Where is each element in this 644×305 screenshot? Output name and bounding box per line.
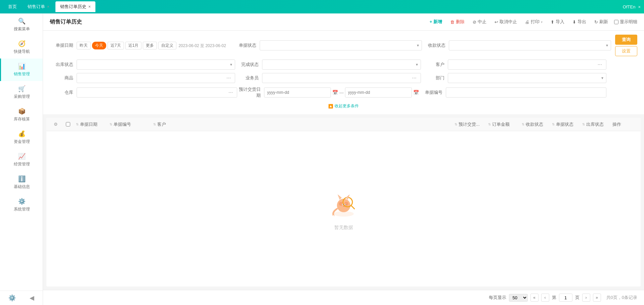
nav-icon: 🧭 (18, 40, 26, 47)
refresh-button[interactable]: ↻ 刷新 (592, 17, 610, 26)
display-toggle-checkbox[interactable] (614, 20, 618, 24)
cancel-stop-button[interactable]: ↩ 取消中止 (492, 17, 519, 26)
empty-state: 暂无数据 (46, 131, 641, 287)
dept-label: 部门 (421, 75, 448, 81)
sidebar-item-inventory-label: 库存核算 (14, 116, 30, 122)
next-page-button[interactable]: › (582, 294, 590, 302)
payment-status-select[interactable]: ▾ (449, 40, 611, 50)
page-size-label: 每页显示 (489, 295, 506, 301)
sidebar-item-nav[interactable]: 🧭 快捷导航 (0, 36, 43, 59)
close-sales-order-icon[interactable]: × (47, 4, 49, 9)
th-out-status-label: 出库状态 (586, 121, 604, 127)
table-settings-icon[interactable]: ⚙ (50, 122, 62, 127)
tab-sales-order[interactable]: 销售订单 × (23, 1, 54, 12)
print-button[interactable]: 🖨 打印 ▾ (523, 17, 545, 26)
date-btn-more[interactable]: 更多 (143, 42, 157, 49)
base-info-icon: ℹ️ (18, 175, 26, 183)
close-sales-order-history-icon[interactable]: × (88, 4, 91, 9)
date-btn-1month[interactable]: 近1月 (125, 42, 142, 49)
current-page-input[interactable] (559, 294, 572, 302)
date-btn-yesterday[interactable]: 昨天 (77, 42, 91, 49)
bill-status-label: 单据状态 (233, 42, 260, 48)
sidebar-item-finance[interactable]: 💰 资金管理 (0, 126, 43, 149)
delivery-date-end-icon[interactable]: 📅 (413, 90, 419, 95)
sidebar-item-system[interactable]: ⚙️ 系统管理 (0, 194, 43, 216)
topbar-close-icon[interactable]: × (638, 4, 641, 9)
collapse-sidebar-icon[interactable]: ◀ (30, 294, 34, 302)
page-size-select[interactable]: 50 10 20 100 (509, 294, 528, 302)
tab-home-label: 首页 (8, 4, 17, 10)
bill-num-input[interactable] (446, 87, 606, 98)
th-bill-num[interactable]: ⇅ 单据编号 (108, 121, 151, 127)
warehouse-dots-icon[interactable]: ··· (227, 89, 234, 96)
stop-button[interactable]: ⊘ 中止 (471, 17, 488, 26)
delivery-date-start[interactable] (264, 87, 331, 98)
tab-home[interactable]: 首页 (3, 1, 22, 12)
first-page-button[interactable]: « (530, 294, 539, 302)
table-checkbox-all[interactable] (62, 122, 74, 126)
goods-dots-icon[interactable]: ··· (225, 75, 232, 81)
delivery-date-start-icon[interactable]: 📅 (332, 90, 338, 95)
date-btn-7days[interactable]: 近7天 (108, 42, 124, 49)
sidebar-item-inventory[interactable]: 📦 库存核算 (0, 104, 43, 126)
dept-select[interactable]: ▾ (448, 73, 606, 83)
customer-select[interactable]: ··· (448, 60, 606, 70)
sidebar-item-sales-label: 销售管理 (14, 71, 30, 77)
page-title-row: 销售订单历史 + 新增 🗑 删除 ⊘ 中止 ↩ 取消中止 (50, 17, 637, 26)
sidebar-item-nav-label: 快捷导航 (14, 49, 30, 54)
sidebar-item-operations[interactable]: 📈 经营管理 (0, 149, 43, 171)
date-range-display: 2023-06-02 至 2023-06-02 (178, 43, 226, 49)
th-delivery[interactable]: ⇅ 预计交货... (453, 121, 486, 127)
th-date[interactable]: ⇅ 单据日期 (74, 121, 108, 127)
last-page-button[interactable]: » (593, 294, 601, 302)
complete-status-chevron-icon: ▾ (416, 62, 418, 67)
th-bill-num-label: 单据编号 (114, 121, 131, 127)
system-icon: ⚙️ (18, 198, 26, 205)
th-customer-label: 客户 (157, 121, 166, 127)
collapse-row[interactable]: 🔼 收起更多条件 (50, 102, 637, 110)
th-out-status[interactable]: ⇅ 出库状态 (580, 121, 610, 127)
sort-icon-delivery: ⇅ (455, 122, 457, 126)
sidebar: 🔍 搜索菜单 🧭 快捷导航 📊 销售管理 🛒 采购管理 📦 库存核算 💰 资金管… (0, 13, 43, 305)
new-button[interactable]: + 新增 (428, 17, 444, 26)
print-label: 打印 (531, 19, 540, 25)
sidebar-item-sales[interactable]: 📊 销售管理 (0, 59, 43, 81)
salesman-dots-icon[interactable]: ··· (411, 75, 418, 81)
goods-select[interactable]: ··· (77, 73, 235, 83)
delivery-date-end[interactable] (345, 87, 412, 98)
cancel-stop-label: 取消中止 (500, 19, 517, 25)
prev-page-button[interactable]: ‹ (541, 294, 549, 302)
query-button[interactable]: 查询 (615, 35, 637, 45)
date-btn-custom[interactable]: 自定义 (158, 42, 176, 49)
select-all-checkbox[interactable] (66, 122, 70, 126)
settings-bottom-icon[interactable]: ⚙️ (8, 294, 16, 302)
import-button[interactable]: ⬆ 导入 (549, 17, 566, 26)
sort-icon-out: ⇅ (582, 122, 585, 126)
complete-status-select[interactable]: ▾ (262, 60, 421, 70)
warehouse-label: 仓库 (50, 89, 77, 96)
sidebar-item-purchase[interactable]: 🛒 采购管理 (0, 81, 43, 104)
salesman-label: 业务员 (235, 75, 262, 81)
finance-icon: 💰 (18, 130, 26, 138)
customer-dots-icon[interactable]: ··· (596, 62, 603, 68)
payment-status-chevron-icon: ▾ (606, 43, 608, 48)
tab-sales-order-history[interactable]: 销售订单历史 × (55, 1, 95, 12)
warehouse-select[interactable]: ··· (77, 87, 237, 98)
th-amount[interactable]: ⇅ 订单金额 (486, 121, 520, 127)
bill-status-select[interactable]: ▾ (260, 40, 422, 50)
sidebar-item-search[interactable]: 🔍 搜索菜单 (0, 13, 43, 36)
th-customer[interactable]: ⇅ 客户 (151, 121, 453, 127)
delete-button[interactable]: 🗑 删除 (448, 17, 467, 26)
th-payment-status[interactable]: ⇅ 收款状态 (520, 121, 550, 127)
salesman-select[interactable]: ··· (262, 73, 421, 83)
page-header: 销售订单历史 + 新增 🗑 删除 ⊘ 中止 ↩ 取消中止 (43, 13, 644, 31)
export-button[interactable]: ⬇ 导出 (570, 17, 588, 26)
out-status-select[interactable]: ▾ (77, 60, 235, 70)
set-button[interactable]: 设置 (615, 46, 637, 56)
print-chevron-icon: ▾ (541, 20, 543, 24)
th-bill-status[interactable]: ⇅ 单据状态 (550, 121, 580, 127)
date-btn-today[interactable]: 今天 (92, 42, 106, 49)
display-toggle[interactable]: 显示明细 (614, 19, 637, 25)
table-header: ⚙ ⇅ 单据日期 ⇅ 单据编号 ⇅ 客户 ⇅ 预计交货. (46, 118, 641, 131)
sidebar-item-base-info[interactable]: ℹ️ 基础信息 (0, 171, 43, 194)
